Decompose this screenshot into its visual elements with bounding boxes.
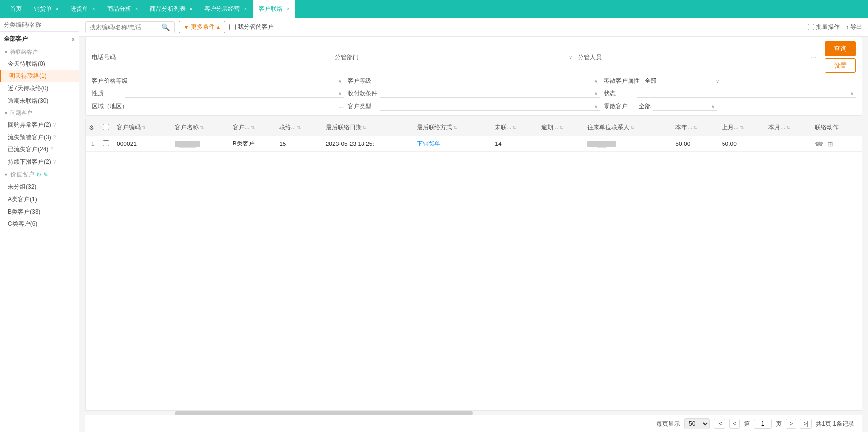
sidebar-item-ungrouped[interactable]: 未分组(32): [0, 181, 79, 193]
sort-last-month-icon[interactable]: ⇅: [740, 125, 744, 130]
settings-button[interactable]: 设置: [825, 58, 856, 73]
sort-name-icon[interactable]: ⇅: [200, 125, 204, 130]
close-purchase-order-icon[interactable]: ×: [92, 6, 95, 12]
last-method-link[interactable]: 下销货单: [417, 140, 440, 147]
scatter-attr-label: 零散客户属性: [604, 77, 640, 85]
help-icon: ?: [53, 122, 56, 128]
col-code: 客户编码⇅: [114, 119, 172, 136]
sidebar-item-abnormal-repurchase[interactable]: 回购异常客户(2) ?: [0, 119, 79, 131]
sort-overdue-icon[interactable]: ⇅: [559, 125, 563, 130]
batch-operation-btn[interactable]: 批量操作: [808, 23, 840, 31]
sidebar-item-declining[interactable]: 持续下滑客户(2) ?: [0, 156, 79, 168]
sort-uncontacted-icon[interactable]: ⇅: [512, 125, 516, 130]
more-filter-btn[interactable]: ▼ 更多条件 ▲: [179, 21, 225, 33]
last-page-btn[interactable]: >|: [800, 419, 812, 429]
refresh-value-icon[interactable]: ↻: [36, 171, 41, 178]
sidebar-search-input[interactable]: [4, 21, 78, 28]
sort-last-date-icon[interactable]: ⇅: [362, 125, 366, 130]
manager-label: 分管人员: [578, 53, 608, 62]
main-search-icon[interactable]: 🔍: [161, 23, 170, 31]
scatter-attr-select[interactable]: ∨: [659, 77, 721, 85]
row-last-method: 下销货单: [414, 136, 492, 152]
filter-payment-terms: 收付款条件 ∨: [348, 89, 599, 98]
manager-dots-icon[interactable]: ···: [811, 53, 817, 61]
scrollbar-thumb[interactable]: [175, 411, 473, 415]
query-button[interactable]: 查询: [825, 41, 856, 56]
next-page-btn[interactable]: >: [786, 419, 796, 429]
manager-input[interactable]: [611, 53, 806, 62]
sort-contact-person-icon[interactable]: ⇅: [630, 125, 634, 130]
price-level-select[interactable]: ∨: [131, 77, 344, 85]
customer-level-select[interactable]: ∨: [380, 77, 599, 85]
sidebar-item-tomorrow-contact[interactable]: 明天待联络(1): [0, 70, 79, 82]
nature-select[interactable]: ∨: [125, 90, 344, 98]
close-sales-order-icon[interactable]: ×: [56, 6, 59, 12]
page-number-input[interactable]: [754, 419, 772, 429]
sidebar-item-overdue-contact[interactable]: 逾期未联络(30): [0, 95, 79, 107]
filter-manager: 分管人员 ···: [578, 53, 817, 62]
all-customers-header[interactable]: 全部客户 «: [0, 32, 79, 46]
nav-sales-order[interactable]: 销货单 ×: [28, 0, 65, 18]
action-grid-icon[interactable]: ⊞: [827, 140, 833, 148]
scatter-customer-arrow-icon: ∨: [711, 104, 715, 109]
sort-this-year-icon[interactable]: ⇅: [693, 125, 697, 130]
my-customer-checkbox[interactable]: [229, 24, 236, 30]
sort-type-icon[interactable]: ⇅: [251, 125, 255, 130]
close-customer-segmentation-icon[interactable]: ×: [244, 6, 247, 12]
nav-customer-segmentation[interactable]: 客户分层经营 ×: [198, 0, 253, 18]
toolbar: 🔍 ▼ 更多条件 ▲ 我分管的客户 批量操作 ↑ 导出: [79, 18, 868, 37]
filter-icon: ▼: [183, 24, 189, 31]
payment-terms-select[interactable]: ∨: [380, 90, 599, 98]
sort-contact-count-icon[interactable]: ⇅: [297, 125, 301, 130]
col-settings[interactable]: ⚙: [86, 119, 100, 136]
collapse-icon[interactable]: «: [72, 36, 75, 43]
sort-last-method-icon[interactable]: ⇅: [453, 125, 457, 130]
close-customer-contact-icon[interactable]: ×: [287, 6, 289, 12]
horizontal-scrollbar[interactable]: [85, 411, 862, 415]
first-page-btn[interactable]: |<: [714, 419, 725, 429]
scatter-customer-select[interactable]: ∨: [653, 103, 717, 111]
help-icon: ?: [50, 147, 53, 152]
select-all-checkbox[interactable]: [103, 124, 109, 130]
nav-home[interactable]: 首页: [4, 0, 28, 18]
filter-customer-type: 客户类型 ∨: [348, 102, 599, 111]
sidebar-item-class-a[interactable]: A类客户(1): [0, 193, 79, 206]
nav-customer-contact[interactable]: 客户联络 ×: [253, 0, 295, 18]
sort-this-month-icon[interactable]: ⇅: [786, 125, 790, 130]
sidebar-item-today-contact[interactable]: 今天待联络(0): [0, 58, 79, 70]
nav-product-analysis[interactable]: 商品分析 ×: [101, 0, 144, 18]
phone-input[interactable]: [125, 53, 331, 62]
my-customer-checkbox-wrap: 我分管的客户: [229, 23, 274, 31]
region-dots-icon[interactable]: ···: [338, 103, 344, 111]
customer-type-select[interactable]: ∨: [380, 103, 599, 111]
col-type: 客户...⇅: [230, 119, 277, 136]
page-size-select[interactable]: 50 10 20 100: [684, 418, 710, 429]
nav-product-analysis-list[interactable]: 商品分析列表 ×: [144, 0, 199, 18]
col-last-date: 最后联络日期⇅: [323, 119, 414, 136]
col-overdue: 逾期...⇅: [538, 119, 585, 136]
region-input[interactable]: [131, 102, 333, 111]
sidebar-item-churned[interactable]: 已流失客户(24) ?: [0, 144, 79, 156]
sidebar-item-class-c[interactable]: C类客户(6): [0, 218, 79, 230]
row-checkbox[interactable]: [103, 140, 109, 146]
nav-purchase-order[interactable]: 进货单 ×: [65, 0, 101, 18]
sidebar-item-7day-contact[interactable]: 近7天待联络(0): [0, 82, 79, 95]
close-product-analysis-icon[interactable]: ×: [135, 6, 138, 12]
main-search-input[interactable]: [90, 24, 159, 31]
dept-select[interactable]: ∨: [367, 53, 574, 61]
batch-checkbox[interactable]: [808, 24, 814, 30]
status-select[interactable]: ∨: [637, 90, 856, 98]
edit-value-icon[interactable]: ✎: [43, 171, 48, 178]
close-product-analysis-list-icon[interactable]: ×: [190, 6, 193, 12]
dept-label: 分管部门: [335, 53, 364, 62]
export-btn[interactable]: ↑ 导出: [846, 23, 862, 31]
filter-arrow-icon: ▲: [216, 24, 221, 30]
prev-page-btn[interactable]: <: [729, 419, 740, 429]
action-phone-icon[interactable]: ☎: [815, 140, 823, 148]
sidebar-item-churn-warning[interactable]: 流失预警客户(3) ?: [0, 131, 79, 144]
filter-row-2: 客户价格等级 ∨ 客户等级 ∨ 零散客户属性 全部 ∨: [92, 77, 856, 85]
sidebar-item-class-b[interactable]: B类客户(33): [0, 206, 79, 218]
sort-code-icon[interactable]: ⇅: [142, 125, 145, 130]
dept-arrow-icon: ∨: [569, 54, 572, 60]
filter-panel: 电话号码 分管部门 ∨ 分管人员 ··· 查询 设置: [85, 37, 862, 116]
